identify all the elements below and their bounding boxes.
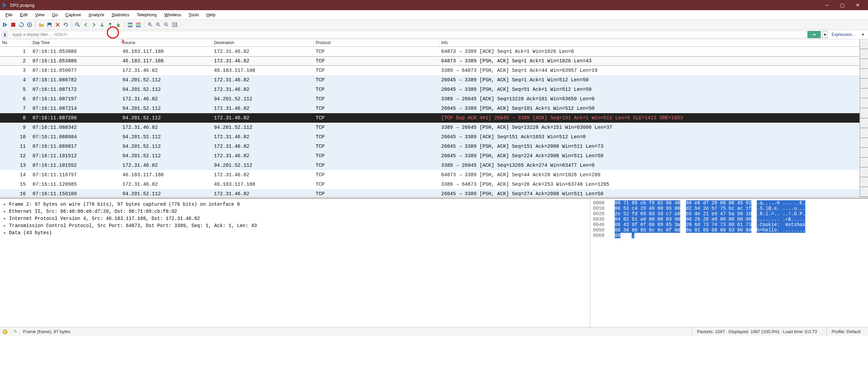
table-row[interactable]: 407:16:11.08678294.201.52.112172.31.46.8… bbox=[0, 75, 860, 85]
menu-statistics[interactable]: Statistics bbox=[108, 11, 133, 19]
add-filter-button[interactable]: ＋ bbox=[859, 31, 867, 38]
menu-view[interactable]: View bbox=[32, 11, 48, 19]
reload-icon[interactable] bbox=[62, 21, 70, 28]
annotation-number: 2 bbox=[121, 39, 124, 44]
hex-line[interactable]: 00202e 52 fd 69 0d 3d c7 a9 b5 de 21 e9 … bbox=[593, 211, 865, 217]
colorize-icon[interactable] bbox=[135, 21, 142, 28]
detail-line[interactable]: Frame 2: 97 bytes on wire (776 bits), 97… bbox=[3, 201, 587, 208]
go-back-icon[interactable] bbox=[82, 21, 90, 28]
table-row[interactable]: 607:16:11.087197172.31.46.8294.201.52.11… bbox=[0, 94, 860, 104]
menu-go[interactable]: Go bbox=[48, 11, 61, 19]
packet-bytes-pane[interactable]: 000006 71 09 cb f8 02 06 48 80 e6 d7 20 … bbox=[590, 199, 868, 327]
table-row[interactable]: 1507:16:11.120985172.31.46.8246.183.117.… bbox=[0, 180, 860, 189]
svg-rect-25 bbox=[174, 23, 176, 27]
menu-analyze[interactable]: Analyze bbox=[85, 11, 107, 19]
packet-details-pane[interactable]: Frame 2: 97 bytes on wire (776 bits), 97… bbox=[0, 199, 590, 327]
col-destination[interactable]: Destination bbox=[212, 39, 314, 46]
col-no[interactable]: No bbox=[0, 39, 31, 46]
svg-text:1: 1 bbox=[165, 23, 166, 25]
table-row[interactable]: 1207:16:11.10151294.201.52.112172.31.46.… bbox=[0, 151, 860, 161]
find-packet-icon[interactable] bbox=[74, 21, 81, 28]
table-row[interactable]: 107:16:11.05388646.183.117.188172.31.46.… bbox=[0, 47, 860, 56]
packet-minimap-scrollbar[interactable] bbox=[860, 39, 868, 197]
svg-point-2 bbox=[29, 24, 30, 25]
table-row[interactable]: 807:16:11.08728694.201.52.112172.31.46.8… bbox=[0, 113, 860, 123]
table-row[interactable]: 207:16:11.05388646.183.117.188172.31.46.… bbox=[0, 56, 860, 66]
table-row[interactable]: 707:16:11.08721494.201.52.112172.31.46.8… bbox=[0, 104, 860, 113]
maximize-button[interactable]: ▢ bbox=[835, 0, 850, 10]
zoom-in-icon[interactable] bbox=[146, 21, 154, 28]
svg-rect-9 bbox=[128, 24, 133, 25]
expert-info-led-icon[interactable] bbox=[3, 329, 7, 334]
go-forward-icon[interactable] bbox=[90, 21, 98, 28]
table-row[interactable]: 307:16:11.059077172.31.46.8246.183.117.1… bbox=[0, 66, 860, 75]
detail-line[interactable]: Ethernet II, Src: 06:48:80:e6:d7:20, Dst… bbox=[3, 208, 587, 215]
filter-bookmark-icon[interactable]: ▮ bbox=[1, 31, 8, 38]
menu-tools[interactable]: Tools bbox=[185, 11, 202, 19]
table-row[interactable]: 507:16:11.08717294.201.52.112172.31.46.8… bbox=[0, 85, 860, 94]
annotation-circle bbox=[107, 26, 119, 39]
svg-line-22 bbox=[167, 25, 168, 26]
table-row[interactable]: 1107:16:11.08981794.201.52.112172.31.46.… bbox=[0, 142, 860, 151]
table-row[interactable]: 1607:16:11.15610994.201.52.112172.31.46.… bbox=[0, 189, 860, 197]
save-file-icon[interactable] bbox=[46, 21, 53, 28]
status-packets-text: Packets: 1097 · Displayed: 1097 (100.0%)… bbox=[692, 327, 822, 336]
col-source[interactable]: Source bbox=[120, 39, 212, 46]
capture-options-icon[interactable] bbox=[26, 21, 33, 28]
hex-line[interactable]: 004000 43 6f 6f 6b 69 65 3a 20 6d 73 74 … bbox=[593, 222, 865, 227]
hex-line[interactable]: 005068 3d 68 65 6c 6c 6f 0d 0a 01 00 08 … bbox=[593, 227, 865, 233]
packet-rows[interactable]: 107:16:11.05388646.183.117.188172.31.46.… bbox=[0, 47, 860, 197]
stop-capture-icon[interactable] bbox=[9, 21, 17, 28]
hex-line[interactable]: 003004 02 b1 a0 00 00 03 00 00 2b 26 e0 … bbox=[593, 217, 865, 222]
svg-rect-26 bbox=[176, 23, 177, 27]
col-info[interactable]: Info bbox=[439, 39, 860, 46]
zoom-reset-icon[interactable]: 1 bbox=[163, 21, 170, 28]
edit-capture-comment-icon[interactable]: ✎ bbox=[12, 329, 18, 335]
svg-rect-24 bbox=[172, 23, 174, 27]
hex-line[interactable]: 001000 53 c4 29 40 00 65 06 d2 94 2e b7 … bbox=[593, 206, 865, 211]
table-row[interactable]: 1407:16:11.11679746.183.117.188172.31.46… bbox=[0, 170, 860, 180]
svg-rect-10 bbox=[128, 26, 133, 27]
col-protocol[interactable]: Protocol bbox=[314, 39, 439, 46]
apply-filter-button[interactable]: ➔ bbox=[807, 31, 821, 38]
col-daytime[interactable]: Day Time bbox=[31, 39, 120, 46]
table-row[interactable]: 907:16:11.088342172.31.46.8294.201.52.11… bbox=[0, 123, 860, 132]
hex-line[interactable]: 006000 . bbox=[593, 233, 865, 238]
jump-to-icon[interactable] bbox=[98, 21, 106, 28]
svg-rect-13 bbox=[136, 26, 141, 27]
resize-columns-icon[interactable] bbox=[171, 21, 178, 28]
status-profile-text[interactable]: Profile: Default bbox=[827, 327, 865, 336]
detail-line[interactable]: Internet Protocol Version 4, Src: 46.183… bbox=[3, 215, 587, 222]
display-filter-input[interactable] bbox=[9, 31, 806, 38]
expression-button[interactable]: Expression... bbox=[829, 32, 858, 37]
detail-line[interactable]: Transmission Control Protocol, Src Port:… bbox=[3, 222, 587, 229]
filter-dropdown-icon[interactable]: ▾ bbox=[822, 31, 828, 38]
table-row[interactable]: 1007:16:11.08898494.201.52.112172.31.46.… bbox=[0, 132, 860, 142]
zoom-out-icon[interactable] bbox=[155, 21, 162, 28]
minimize-button[interactable]: ─ bbox=[820, 0, 835, 10]
menu-capture[interactable]: Capture bbox=[62, 11, 84, 19]
auto-scroll-icon[interactable] bbox=[126, 21, 134, 28]
detail-line[interactable]: Data (43 bytes) bbox=[3, 229, 587, 237]
table-row[interactable]: 1307:16:11.101552172.31.46.8294.201.52.1… bbox=[0, 161, 860, 170]
hex-line[interactable]: 000006 71 09 cb f8 02 06 48 80 e6 d7 20 … bbox=[593, 200, 865, 206]
packet-list-header[interactable]: No Day Time Source Destination Protocol … bbox=[0, 39, 860, 47]
svg-line-19 bbox=[159, 25, 160, 26]
svg-point-5 bbox=[76, 23, 78, 25]
menu-wireless[interactable]: Wireless bbox=[161, 11, 185, 19]
titlebar: DP2.pcapng ─ ▢ ✕ bbox=[0, 0, 868, 10]
svg-rect-12 bbox=[136, 24, 141, 25]
restart-capture-icon[interactable] bbox=[18, 21, 25, 28]
svg-rect-4 bbox=[48, 25, 51, 27]
packet-list-pane: No Day Time Source Destination Protocol … bbox=[0, 39, 860, 197]
svg-rect-0 bbox=[11, 23, 15, 27]
menu-help[interactable]: Help bbox=[203, 11, 219, 19]
close-file-icon[interactable] bbox=[54, 21, 61, 28]
menu-telephony[interactable]: Telephony bbox=[133, 11, 160, 19]
open-file-icon[interactable] bbox=[38, 21, 45, 28]
close-button[interactable]: ✕ bbox=[850, 0, 865, 10]
start-capture-icon[interactable] bbox=[1, 21, 9, 28]
menu-file[interactable]: File bbox=[2, 11, 16, 19]
menu-edit[interactable]: Edit bbox=[17, 11, 31, 19]
window-title: DP2.pcapng bbox=[10, 3, 820, 8]
